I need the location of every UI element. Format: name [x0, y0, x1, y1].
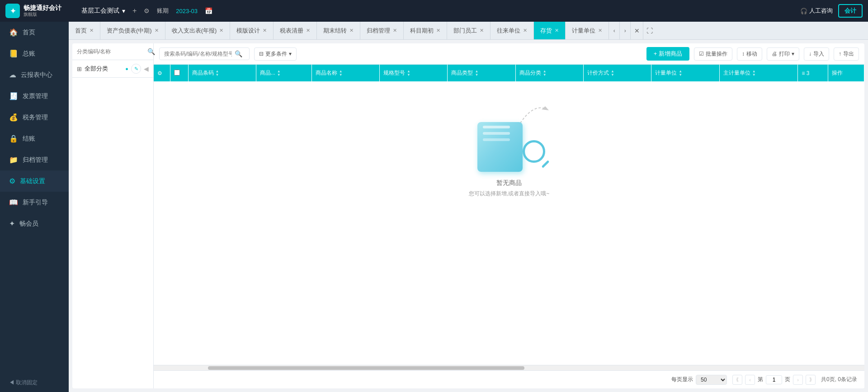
main-search-icon[interactable]: 🔍: [235, 50, 242, 57]
main-search-box: 🔍: [159, 47, 250, 60]
sidebar-item-close[interactable]: 🔒 结账: [0, 128, 69, 149]
sort-arrows-barcode[interactable]: ▲▼: [216, 70, 219, 77]
tab-units-close[interactable]: ✕: [598, 28, 602, 33]
export-button[interactable]: ↑ 导出: [834, 47, 859, 61]
tab-inventory-close[interactable]: ✕: [555, 28, 559, 33]
sort-arrows-code[interactable]: ▲▼: [277, 70, 281, 77]
tab-dept-close[interactable]: ✕: [480, 28, 484, 33]
col-extra-label: ≡ 3: [802, 70, 809, 76]
tab-home[interactable]: 首页 ✕: [69, 22, 100, 39]
col-category[interactable]: 商品分类 ▲▼: [515, 65, 583, 81]
kuaiji-button[interactable]: 会计: [838, 4, 863, 18]
sort-arrows-category[interactable]: ▲▼: [543, 70, 547, 77]
per-page-dropdown[interactable]: 10 20 50 100: [696, 375, 727, 385]
tab-subject[interactable]: 科目期初 ✕: [404, 22, 447, 39]
col-code[interactable]: 商品... ▲▼: [256, 65, 311, 81]
first-page-button[interactable]: ⟪: [732, 375, 742, 385]
sidebar-item-home[interactable]: 🏠 首页: [0, 22, 69, 43]
page-number-input[interactable]: [766, 375, 782, 384]
close-all-tabs-button[interactable]: ✕: [631, 22, 643, 39]
sidebar-item-guide[interactable]: 📖 新手引导: [0, 192, 69, 213]
sidebar-item-ledger[interactable]: 📒 总账: [0, 43, 69, 64]
calendar-icon[interactable]: 📅: [205, 7, 212, 14]
tab-template-close[interactable]: ✕: [263, 28, 267, 33]
tab-next-button[interactable]: ›: [620, 22, 631, 39]
tab-balance-sheet[interactable]: 资产负债表(中期) ✕: [100, 22, 165, 39]
prev-page-button[interactable]: ‹: [745, 375, 755, 385]
sidebar-item-settings[interactable]: ⚙ 基础设置: [0, 170, 69, 192]
tab-tax-form[interactable]: 税表清册 ✕: [274, 22, 317, 39]
per-page-selector: 每页显示 10 20 50 100: [671, 375, 727, 385]
col-main-unit-label: 主计量单位: [723, 69, 750, 77]
expand-button[interactable]: ⛶: [643, 22, 656, 39]
tab-inventory[interactable]: 存货 ✕: [534, 22, 566, 39]
col-code-label: 商品...: [260, 69, 275, 77]
sort-arrows-main-unit[interactable]: ▲▼: [752, 70, 756, 77]
col-spec[interactable]: 规格型号 ▲▼: [380, 65, 448, 81]
col-barcode[interactable]: 商品条码 ▲▼: [188, 65, 256, 81]
export-icon: ↑: [839, 51, 841, 57]
tab-subject-close[interactable]: ✕: [436, 28, 440, 33]
more-filter-button[interactable]: ⊟ 更多条件 ▾: [254, 47, 297, 61]
sidebar-item-invoice[interactable]: 🧾 发票管理: [0, 85, 69, 107]
col-price-method[interactable]: 计价方式 ▲▼: [584, 65, 651, 81]
tab-balance-close[interactable]: ✕: [155, 28, 159, 33]
last-page-button[interactable]: ⟫: [806, 375, 816, 385]
category-search-input[interactable]: [77, 48, 145, 55]
col-type[interactable]: 商品类型 ▲▼: [448, 65, 515, 81]
tab-units[interactable]: 计量单位 ✕: [566, 22, 609, 39]
batch-ops-button[interactable]: ☑ 批量操作: [694, 47, 732, 61]
sidebar-item-tax[interactable]: 💰 税务管理: [0, 107, 69, 128]
product-table: ⚙ 商品条码 ▲▼: [154, 65, 864, 81]
add-tab-icon[interactable]: +: [132, 7, 137, 15]
tab-income[interactable]: 收入支出表(年报) ✕: [165, 22, 231, 39]
all-category-label[interactable]: 全部分类: [85, 65, 123, 73]
tab-archive-mgmt[interactable]: 归档管理 ✕: [360, 22, 404, 39]
company-selector[interactable]: 基层工会测试 ▾: [81, 7, 125, 15]
sidebar-item-archive[interactable]: 📁 归档管理: [0, 149, 69, 170]
move-button[interactable]: ↕ 移动: [737, 47, 762, 61]
col-main-unit[interactable]: 主计量单位 ▲▼: [719, 65, 798, 81]
tab-archive-close[interactable]: ✕: [393, 28, 397, 33]
col-checkbox[interactable]: [170, 65, 188, 81]
empty-magnifier-shape: [523, 140, 545, 163]
sidebar-item-member[interactable]: ✦ 畅会员: [0, 213, 69, 234]
tab-home-close[interactable]: ✕: [90, 28, 94, 33]
col-settings[interactable]: ⚙: [154, 65, 170, 81]
tab-contacts[interactable]: 往来单位 ✕: [491, 22, 534, 39]
sort-arrows-spec[interactable]: ▲▼: [407, 70, 410, 77]
add-product-button[interactable]: + 新增商品: [646, 47, 689, 61]
sort-arrows-name[interactable]: ▲▼: [339, 70, 343, 77]
scrollbar-thumb[interactable]: [208, 366, 524, 370]
tab-contacts-close[interactable]: ✕: [523, 28, 527, 33]
sort-arrows-type[interactable]: ▲▼: [475, 70, 478, 77]
ai-consult-button[interactable]: 🎧 人工咨询: [800, 7, 833, 15]
col-name[interactable]: 商品名称 ▲▼: [311, 65, 379, 81]
tab-prev-button[interactable]: ‹: [609, 22, 620, 39]
col-extra[interactable]: ≡ 3: [798, 65, 828, 81]
select-all-checkbox[interactable]: [174, 70, 180, 76]
tab-template[interactable]: 模版设计 ✕: [230, 22, 274, 39]
collapse-button[interactable]: ◀: [144, 65, 149, 72]
print-button[interactable]: 🖨 打印 ▾: [767, 47, 799, 61]
tab-period-close[interactable]: ✕: [349, 28, 354, 33]
toolbar-right: + 新增商品 ☑ 批量操作 ↕ 移动 🖨 打印: [646, 47, 859, 61]
import-button[interactable]: ↓ 导入: [804, 47, 829, 61]
tab-period-transfer[interactable]: 期末结转 ✕: [317, 22, 360, 39]
col-unit[interactable]: 计量单位 ▲▼: [651, 65, 719, 81]
settings-icon[interactable]: ⚙: [144, 7, 150, 14]
cancel-pin-button[interactable]: ◀ 取消固定: [0, 373, 69, 392]
tab-income-close[interactable]: ✕: [219, 28, 223, 33]
horizontal-scrollbar[interactable]: [154, 365, 864, 370]
grid-icon: ⊞: [77, 66, 82, 72]
tab-department[interactable]: 部门员工 ✕: [447, 22, 491, 39]
sort-arrows-price[interactable]: ▲▼: [611, 70, 614, 77]
tab-tax-form-close[interactable]: ✕: [306, 28, 310, 33]
next-page-button[interactable]: ›: [793, 375, 803, 385]
main-search-input[interactable]: [164, 51, 232, 57]
category-edit-button[interactable]: ✎: [131, 64, 141, 74]
col-name-label: 商品名称: [316, 69, 337, 77]
export-label: 导出: [843, 50, 854, 58]
sidebar-item-reports[interactable]: ☁ 云报表中心: [0, 64, 69, 85]
sort-arrows-unit[interactable]: ▲▼: [679, 70, 682, 77]
